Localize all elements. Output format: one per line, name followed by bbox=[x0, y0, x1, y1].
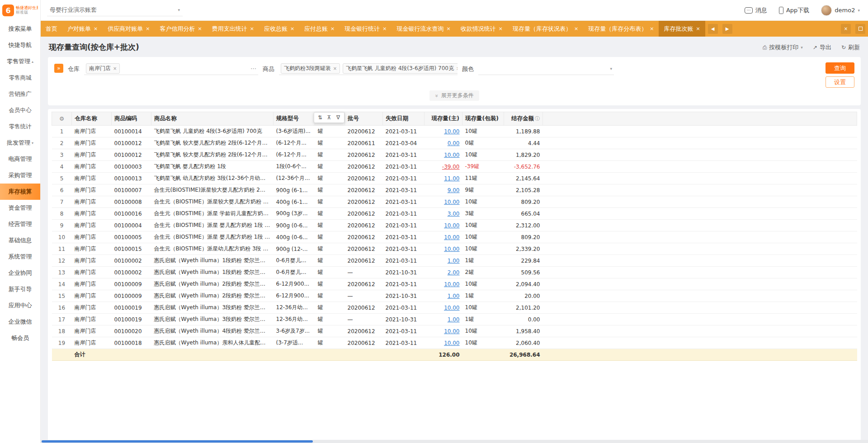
tab[interactable]: 现金银行统计× bbox=[340, 21, 392, 37]
color-filter[interactable]: ▾ bbox=[478, 62, 614, 75]
cell-qty-main-link[interactable]: 10.00 bbox=[425, 302, 462, 314]
sidebar-item[interactable]: 企业协同 bbox=[0, 265, 40, 281]
fullscreen-button[interactable] bbox=[855, 24, 865, 34]
remove-tag-icon[interactable]: × bbox=[113, 66, 117, 71]
product-filter[interactable]: 飞鹤奶粉3段两罐装×飞鹤星飞帆 儿童奶粉 4段(3-6岁适用) 700克×飞⋯ bbox=[279, 62, 458, 75]
column-header-no[interactable]: ⚙ bbox=[52, 112, 72, 126]
sidebar-item[interactable]: 基础信息 bbox=[0, 232, 40, 249]
sort-icon[interactable]: ⇅ bbox=[316, 113, 324, 122]
remove-tag-icon[interactable]: × bbox=[456, 66, 458, 71]
sidebar-item[interactable]: 资金管理 bbox=[0, 200, 40, 216]
cell-qty-main-link[interactable]: 10.00 bbox=[425, 196, 462, 208]
sidebar-item[interactable]: 采购管理 bbox=[0, 167, 40, 184]
sidebar-item[interactable]: 批发管理▾ bbox=[0, 135, 40, 151]
cell-qty-main-link[interactable]: 10.00 bbox=[425, 278, 462, 290]
column-header-qty_main[interactable]: 现存量(主) bbox=[425, 112, 462, 126]
warehouse-filter[interactable]: 南岸门店×⋯ bbox=[84, 62, 258, 75]
column-header-spec[interactable]: 规格型号 bbox=[274, 112, 315, 126]
remove-tag-icon[interactable]: × bbox=[333, 66, 337, 71]
app-download-button[interactable]: App下载 bbox=[779, 6, 809, 14]
sidebar-item[interactable]: 畅会员 bbox=[0, 330, 40, 346]
tab[interactable]: 现存量（库存分布表）× bbox=[583, 21, 659, 37]
cell-qty-main-link[interactable]: 10.00 bbox=[425, 325, 462, 337]
cell-qty-main-link[interactable]: 1.00 bbox=[425, 255, 462, 267]
info-icon[interactable]: ⓘ bbox=[535, 116, 540, 122]
filter-tag[interactable]: 飞鹤星飞帆 儿童奶粉 4段(3-6岁适用) 700克× bbox=[343, 63, 458, 74]
filter-tag[interactable]: 南岸门店× bbox=[86, 63, 120, 74]
print-by-template-button[interactable]: ⎙ 按模板打印 ▾ bbox=[763, 43, 803, 52]
column-header-qty_pack[interactable]: 现存量(包装) bbox=[462, 112, 504, 126]
query-button[interactable]: 查询 bbox=[826, 62, 854, 74]
filter-tag[interactable]: 飞鹤奶粉3段两罐装× bbox=[281, 63, 340, 74]
sidebar-item[interactable]: 库存核算 bbox=[0, 184, 40, 200]
sidebar-item[interactable]: 系统管理 bbox=[0, 249, 40, 265]
sidebar-item[interactable]: 新手引导 bbox=[0, 281, 40, 297]
close-tab-icon[interactable]: × bbox=[696, 26, 700, 32]
sidebar-item[interactable]: 企业微信 bbox=[0, 314, 40, 330]
tab[interactable]: 应付总账× bbox=[299, 21, 340, 37]
refresh-button[interactable]: ↻ 刷新 bbox=[841, 43, 860, 52]
sidebar-item[interactable]: 搜索菜单 bbox=[0, 21, 40, 37]
settings-button[interactable]: 设置 bbox=[826, 76, 854, 88]
close-tab-icon[interactable]: × bbox=[198, 26, 202, 32]
messages-button[interactable]: ⋯ 消息 bbox=[745, 6, 767, 14]
tab[interactable]: 现存量（库存状况表）× bbox=[508, 21, 583, 37]
sidebar-item[interactable]: 应用中心 bbox=[0, 297, 40, 314]
cell-qty-main-link[interactable]: 1.00 bbox=[425, 290, 462, 302]
tab[interactable]: 库存批次账× bbox=[659, 21, 705, 37]
cell-qty-main-link[interactable]: 1.00 bbox=[425, 314, 462, 325]
close-tab-icon[interactable]: × bbox=[330, 26, 335, 32]
sidebar-item[interactable]: 电商管理 bbox=[0, 151, 40, 167]
cell-qty-main-link[interactable]: -39.00 bbox=[425, 161, 462, 173]
expand-more-button[interactable]: » 展开更多条件 bbox=[429, 90, 479, 101]
more-options-icon[interactable]: ⋯ bbox=[250, 65, 256, 72]
close-tab-icon[interactable]: × bbox=[250, 26, 254, 32]
close-tab-icon[interactable]: × bbox=[290, 26, 294, 32]
sidebar-item[interactable]: 会员中心 bbox=[0, 102, 40, 118]
tab[interactable]: 收款情况统计× bbox=[456, 21, 508, 37]
pin-icon[interactable]: ⊼ bbox=[325, 113, 333, 122]
cell-qty-main-link[interactable]: 9.00 bbox=[425, 184, 462, 196]
column-header-name[interactable]: 商品名称 bbox=[151, 112, 274, 126]
user-menu[interactable]: demo2 ▾ bbox=[821, 5, 860, 16]
close-tab-icon[interactable]: × bbox=[650, 26, 654, 32]
sidebar-item[interactable]: 零售统计 bbox=[0, 118, 40, 135]
cell-qty-main-link[interactable]: 3.00 bbox=[425, 208, 462, 220]
cell-qty-main-link[interactable]: 2.00 bbox=[425, 267, 462, 278]
export-button[interactable]: ↗ 导出 bbox=[813, 43, 831, 52]
close-tab-icon[interactable]: × bbox=[94, 26, 98, 32]
scrollbar-thumb[interactable] bbox=[42, 440, 313, 443]
sidebar-item[interactable]: 营销推广 bbox=[0, 86, 40, 102]
tab[interactable]: 费用支出统计× bbox=[207, 21, 259, 37]
tab[interactable]: 首页 bbox=[41, 21, 62, 37]
column-header-warehouse[interactable]: 仓库名称 bbox=[72, 112, 112, 126]
filter-icon[interactable]: ∇ bbox=[334, 113, 342, 122]
cell-qty-main-link[interactable]: 10.00 bbox=[425, 126, 462, 137]
tabs-scroll-right-button[interactable]: ▶ bbox=[722, 24, 732, 34]
tab[interactable]: 户对账单× bbox=[62, 21, 103, 37]
tabs-scroll-left-button[interactable]: ◀ bbox=[708, 24, 718, 34]
cell-qty-main-link[interactable]: 10.00 bbox=[425, 337, 462, 349]
sidebar-item[interactable]: 快捷导航 bbox=[0, 37, 40, 53]
close-tab-icon[interactable]: × bbox=[447, 26, 451, 32]
column-header-amount[interactable]: 结存金额ⓘ bbox=[504, 112, 543, 126]
cell-qty-main-link[interactable]: 0.00 bbox=[425, 137, 462, 149]
close-tab-icon[interactable]: × bbox=[146, 26, 150, 32]
collapse-filters-button[interactable]: » bbox=[54, 64, 63, 73]
column-header-expiry[interactable]: 失效日期 bbox=[383, 112, 425, 126]
column-header-code[interactable]: 商品编码 bbox=[112, 112, 151, 126]
cell-qty-main-link[interactable]: 10.00 bbox=[425, 220, 462, 231]
account-selector[interactable]: 母婴行业演示账套 ▾ bbox=[47, 4, 183, 16]
sidebar-item[interactable]: 经营管理 bbox=[0, 216, 40, 232]
sidebar-item[interactable]: 零售管理▴ bbox=[0, 53, 40, 70]
close-tabs-button[interactable]: × bbox=[841, 24, 851, 34]
column-header-batch[interactable]: 批号 bbox=[345, 112, 383, 126]
sidebar-item[interactable]: 零售商城 bbox=[0, 70, 40, 86]
cell-qty-main-link[interactable]: 10.00 bbox=[425, 149, 462, 161]
gear-icon[interactable]: ⚙ bbox=[59, 115, 64, 122]
close-tab-icon[interactable]: × bbox=[499, 26, 503, 32]
tab[interactable]: 供应商对账单× bbox=[103, 21, 155, 37]
tab[interactable]: 客户信用分析× bbox=[155, 21, 207, 37]
cell-qty-main-link[interactable]: 10.00 bbox=[425, 231, 462, 243]
cell-qty-main-link[interactable]: 11.00 bbox=[425, 173, 462, 184]
